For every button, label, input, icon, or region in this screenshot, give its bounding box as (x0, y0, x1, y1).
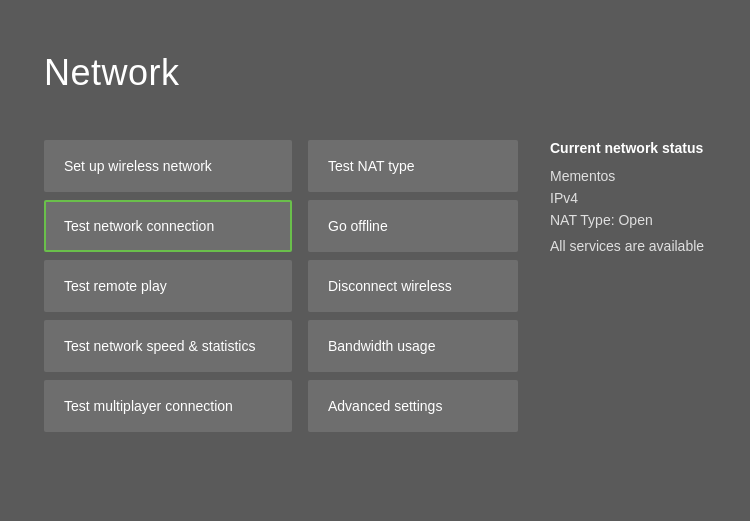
menu-item-test-connection[interactable]: Test network connection (44, 200, 292, 252)
main-content: Set up wireless network Test network con… (44, 140, 706, 432)
menu-item-disconnect-wireless[interactable]: Disconnect wireless (308, 260, 518, 312)
menu-item-test-speed[interactable]: Test network speed & statistics (44, 320, 292, 372)
menu-item-test-remote-play[interactable]: Test remote play (44, 260, 292, 312)
status-protocol: IPv4 (550, 190, 706, 206)
menu-item-test-multiplayer[interactable]: Test multiplayer connection (44, 380, 292, 432)
status-title: Current network status (550, 140, 706, 156)
menu-item-bandwidth-usage[interactable]: Bandwidth usage (308, 320, 518, 372)
left-column: Set up wireless network Test network con… (44, 140, 292, 432)
menu-item-test-nat[interactable]: Test NAT type (308, 140, 518, 192)
status-nat-type: NAT Type: Open (550, 212, 706, 228)
menu-item-advanced-settings[interactable]: Advanced settings (308, 380, 518, 432)
status-network-name: Mementos (550, 168, 706, 184)
status-all-services: All services are available (550, 238, 706, 254)
middle-column: Test NAT type Go offline Disconnect wire… (308, 140, 518, 432)
right-column: Current network status Mementos IPv4 NAT… (534, 140, 706, 432)
menu-item-setup-wireless[interactable]: Set up wireless network (44, 140, 292, 192)
page-title: Network (44, 52, 180, 94)
menu-item-go-offline[interactable]: Go offline (308, 200, 518, 252)
